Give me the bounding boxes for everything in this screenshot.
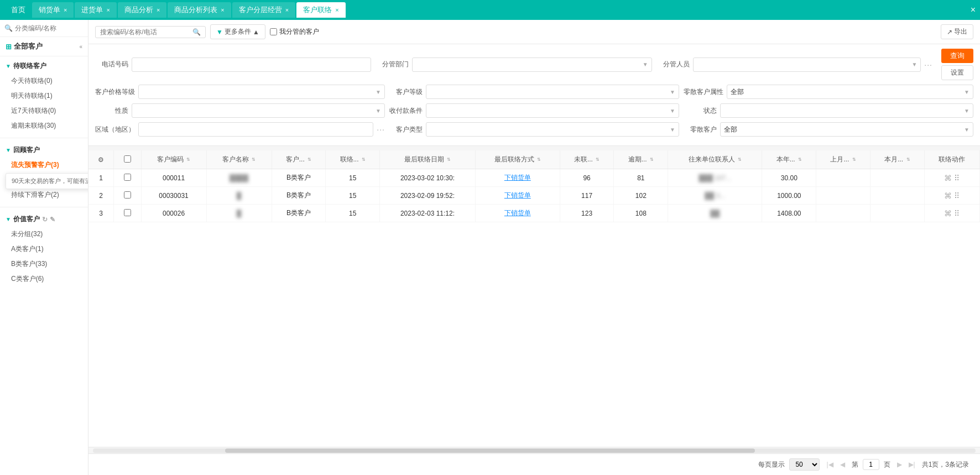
filter-zero-attr-select[interactable]: 全部 ▼: [727, 85, 973, 99]
next-page-btn[interactable]: ▶: [895, 460, 904, 469]
settings-btn[interactable]: 设置: [941, 65, 973, 80]
sidebar-item-ungrouped[interactable]: 未分组(32): [0, 227, 88, 242]
tab-sales-order[interactable]: 销货单 ×: [32, 2, 74, 18]
close-tab-segmentation[interactable]: ×: [285, 7, 289, 13]
col-last-month[interactable]: 上月... ⇅: [816, 150, 870, 169]
toolbar-search-input[interactable]: [100, 28, 190, 36]
cell-contact-person-0: ███ 107...: [668, 169, 762, 187]
refresh-icon[interactable]: ↻: [42, 216, 48, 223]
cell-code-1: 00030031: [141, 187, 206, 205]
cell-last-method-0[interactable]: 下销货单: [475, 169, 560, 187]
action-link-icon-1[interactable]: ⌘: [944, 191, 952, 200]
sidebar-item-class-b[interactable]: B类客户(33): [0, 257, 88, 272]
sidebar-item-tomorrow[interactable]: 明天待联络(1): [0, 88, 88, 103]
last-page-btn[interactable]: ▶|: [906, 460, 918, 469]
tab-home[interactable]: 首页: [4, 5, 32, 15]
select-all-checkbox[interactable]: [124, 155, 131, 163]
filter-zero-customer-select[interactable]: 全部 ▼: [720, 122, 973, 137]
filter-price-tier-select[interactable]: ▼: [138, 85, 385, 99]
col-contact[interactable]: 联络... ⇅: [326, 150, 380, 169]
filter-customer-type-select[interactable]: ▼: [426, 122, 679, 137]
tab-product-analysis-list[interactable]: 商品分析列表 ×: [168, 2, 231, 18]
edit-icon[interactable]: ✎: [50, 216, 55, 223]
tab-purchase-order[interactable]: 进货单 ×: [75, 2, 116, 18]
filter-gender-select[interactable]: ▼: [132, 103, 385, 118]
cell-last-method-1[interactable]: 下销货单: [475, 187, 560, 205]
sidebar-all-customers[interactable]: ⊞ 全部客户 «: [0, 37, 88, 56]
cell-year-1: 1000.00: [762, 187, 816, 205]
col-this-month[interactable]: 本月... ⇅: [870, 150, 924, 169]
cell-checkbox-1[interactable]: [114, 187, 141, 205]
cell-last-date-0: 2023-03-02 10:30:: [380, 169, 476, 187]
query-btn[interactable]: 查询: [941, 49, 973, 63]
cell-last-method-2[interactable]: 下销货单: [475, 205, 560, 222]
col-last-method[interactable]: 最后联络方式 ⇅: [475, 150, 560, 169]
more-conditions-btn[interactable]: ▼ 更多条件 ▲: [210, 24, 265, 39]
col-unlink-days[interactable]: 未联... ⇅: [560, 150, 614, 169]
close-window-icon[interactable]: ×: [971, 5, 976, 15]
col-name[interactable]: 客户名称 ⇅: [206, 150, 272, 169]
sidebar-search-input[interactable]: [15, 24, 84, 32]
col-settings[interactable]: ⚙: [88, 150, 114, 169]
cell-checkbox-2[interactable]: [114, 205, 141, 222]
action-menu-icon-2[interactable]: ⠿: [954, 209, 960, 218]
group-title-value[interactable]: ▼ 价值客户 ↻ ✎: [0, 212, 88, 227]
col-code[interactable]: 客户编码 ⇅: [141, 150, 206, 169]
col-this-year[interactable]: 本年... ⇅: [762, 150, 816, 169]
filter-phone-input[interactable]: [132, 58, 371, 72]
sidebar-item-7days[interactable]: 近7天待联络(0): [0, 103, 88, 118]
sidebar-item-class-a[interactable]: A类客户(1): [0, 242, 88, 257]
col-overdue[interactable]: 逾期... ⇅: [614, 150, 668, 169]
dept-down-arrow: ▼: [643, 61, 648, 67]
filter-status-select[interactable]: ▼: [720, 103, 973, 118]
filter-person-select[interactable]: ▼: [693, 58, 921, 72]
col-last-date[interactable]: 最后联络日期 ⇅: [380, 150, 476, 169]
filter-region-select[interactable]: [138, 122, 373, 137]
action-link-icon-2[interactable]: ⌘: [944, 209, 952, 218]
group-title-churn[interactable]: ▼ 回顾客户: [0, 143, 88, 158]
filter-more-2[interactable]: ···: [377, 125, 385, 134]
export-icon: ↗: [947, 28, 952, 36]
page-number-input[interactable]: [863, 459, 879, 470]
action-menu-icon-0[interactable]: ⠿: [954, 174, 960, 182]
sidebar-item-churn-warning[interactable]: 流失预警客户(3): [0, 158, 88, 173]
close-tab-purchase[interactable]: ×: [106, 7, 110, 13]
sidebar-item-overdue[interactable]: 逾期未联络(30): [0, 118, 88, 133]
col-checkbox[interactable]: [114, 150, 141, 169]
action-menu-icon-1[interactable]: ⠿: [954, 191, 960, 200]
action-link-icon-0[interactable]: ⌘: [944, 174, 952, 182]
per-page-select[interactable]: 50 100: [789, 458, 820, 471]
close-tab-product-analysis[interactable]: ×: [157, 7, 160, 13]
horizontal-scrollbar[interactable]: [88, 447, 980, 453]
group-title-pending[interactable]: ▼ 待联络客户: [0, 59, 88, 74]
filter-zero-customer-label: 零散客户: [684, 125, 717, 134]
filter-customer-tier-select[interactable]: ▼: [426, 85, 679, 99]
sidebar-item-declining[interactable]: 持续下滑客户(2): [0, 187, 88, 202]
cell-type-1: B类客户: [272, 187, 326, 205]
tab-customer-segmentation[interactable]: 客户分层经营 ×: [232, 2, 295, 18]
scrollbar-thumb[interactable]: [225, 448, 755, 453]
sidebar-item-today[interactable]: 今天待联络(0): [0, 74, 88, 88]
my-customers-checkbox-label[interactable]: 我分管的客户: [270, 27, 319, 36]
col-type[interactable]: 客户... ⇅: [272, 150, 326, 169]
sort-person-icon: ⇅: [738, 157, 742, 162]
cell-checkbox-0[interactable]: [114, 169, 141, 187]
my-customers-checkbox[interactable]: [270, 28, 277, 35]
filter-person-label: 分管人员: [656, 60, 690, 69]
close-tab-contact[interactable]: ×: [335, 7, 338, 13]
filter-dept-select[interactable]: ▼: [412, 58, 651, 72]
close-tab-sales[interactable]: ×: [64, 7, 67, 13]
tab-product-analysis[interactable]: 商品分析 ×: [118, 2, 166, 18]
col-contact-person[interactable]: 往来单位联系人 ⇅: [668, 150, 762, 169]
close-tab-product-list[interactable]: ×: [221, 7, 224, 13]
prev-page-btn[interactable]: ◀: [838, 460, 847, 469]
filter-group-gender: 性质 ▼: [95, 103, 385, 118]
cell-tmonth-2: [870, 205, 924, 222]
sidebar-item-class-c[interactable]: C类客户(6): [0, 272, 88, 286]
toolbar-search-icon[interactable]: 🔍: [192, 28, 201, 36]
filter-payment-select[interactable]: ▼: [426, 103, 679, 118]
tab-customer-contact[interactable]: 客户联络 ×: [296, 2, 345, 18]
export-btn[interactable]: ↗ 导出: [941, 24, 973, 39]
filter-more-1[interactable]: ···: [924, 60, 932, 69]
first-page-btn[interactable]: |◀: [824, 460, 835, 469]
